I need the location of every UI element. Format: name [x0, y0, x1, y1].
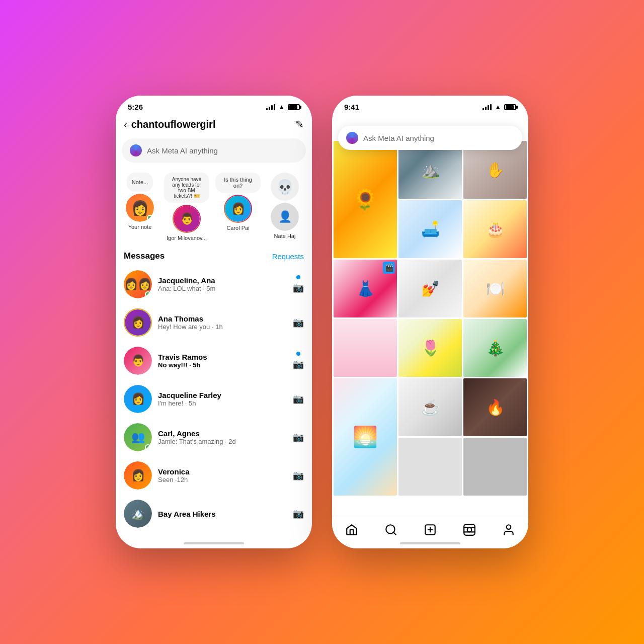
- msg-name-3: Travis Ramos: [158, 353, 287, 361]
- msg-preview-6: Seen ·12h: [158, 476, 287, 484]
- note-item-2[interactable]: Anyone have any leads for two BM tickets…: [164, 173, 209, 241]
- camera-icon-4[interactable]: 📷: [293, 393, 304, 405]
- msg-name-1: Jacqueline, Ana: [158, 276, 287, 285]
- battery-icon-right: [504, 104, 516, 110]
- note-bubble-3: Is this thing on?: [215, 173, 261, 193]
- status-bar-right: 9:41 ▲: [332, 96, 528, 114]
- message-item-4[interactable]: 👩 Jacqueline Farley I'm here! · 5h 📷: [122, 380, 306, 418]
- msg-content-2: Ana Thomas Hey! How are you · 1h: [158, 314, 287, 331]
- msg-preview-5: Jamie: That's amazing · 2d: [158, 438, 287, 445]
- note-label-4: Nate Haj: [274, 233, 296, 239]
- msg-right-6: 📷: [293, 470, 304, 481]
- msg-name-5: Carl, Agnes: [158, 429, 287, 438]
- msg-right-1: 📷: [293, 275, 304, 293]
- online-dot-5: [145, 444, 151, 450]
- home-indicator-left: [184, 542, 244, 544]
- grid-cell-14[interactable]: [398, 438, 462, 496]
- avatar-4: 👩: [124, 385, 152, 413]
- message-item-5[interactable]: 👥 Carl, Agnes Jamie: That's amazing · 2d…: [122, 418, 306, 456]
- msg-content-3: Travis Ramos No way!!! · 5h: [158, 353, 287, 369]
- meta-ai-search-left[interactable]: Ask Meta AI anything: [122, 138, 306, 163]
- grid-cell-1[interactable]: 🌻: [334, 141, 397, 258]
- camera-icon-1[interactable]: 📷: [293, 282, 304, 293]
- meta-ai-placeholder-left: Ask Meta AI anything: [147, 146, 218, 155]
- message-list: 👩‍👩 Jacqueline, Ana Ana: LOL what · 5m 📷…: [116, 265, 312, 533]
- meta-ai-placeholder-right: Ask Meta AI anything: [363, 134, 434, 142]
- nav-search[interactable]: [384, 523, 397, 536]
- grid-cell-15[interactable]: [463, 438, 527, 496]
- message-item-1[interactable]: 👩‍👩 Jacqueline, Ana Ana: LOL what · 5m 📷: [122, 265, 306, 303]
- svg-rect-5: [464, 524, 475, 535]
- unread-dot-3: [296, 352, 300, 356]
- phone-right: 9:41 ▲ Ask Meta AI anything: [332, 96, 528, 548]
- grid-cell-5[interactable]: 🎂: [463, 200, 527, 258]
- note-label-3: Carol Pai: [226, 225, 249, 231]
- grid-cell-11[interactable]: 🌅: [334, 378, 397, 496]
- grid-cell-4[interactable]: 🛋️: [398, 200, 462, 258]
- avatar-6: 👩: [124, 461, 152, 490]
- msg-content-5: Carl, Agnes Jamie: That's amazing · 2d: [158, 429, 287, 445]
- nav-add[interactable]: [424, 523, 437, 536]
- grid-cell-10[interactable]: 🎄: [463, 319, 527, 377]
- unread-dot-1: [296, 275, 300, 279]
- nav-reels[interactable]: [463, 523, 476, 536]
- nav-profile[interactable]: [502, 523, 515, 536]
- note-avatar-3: 👩: [224, 195, 252, 223]
- svg-line-1: [393, 532, 396, 535]
- grid-cell-13[interactable]: 🔥: [463, 378, 527, 436]
- svg-point-6: [467, 528, 472, 532]
- message-item-6[interactable]: 👩 Veronica Seen ·12h 📷: [122, 456, 306, 495]
- note-item-4[interactable]: 💀 👤 Nate Haj: [267, 173, 303, 241]
- grid-cell-9[interactable]: 🌷: [398, 319, 462, 377]
- online-dot-1: [145, 291, 151, 297]
- message-item-3[interactable]: 👨 Travis Ramos No way!!! · 5h 📷: [122, 342, 306, 380]
- message-item-2[interactable]: 👩 Ana Thomas Hey! How are you · 1h 📷: [122, 303, 306, 342]
- grid-cell-8[interactable]: 🍽️: [463, 260, 527, 317]
- back-button[interactable]: ‹: [124, 119, 127, 130]
- dm-header: ‹ chantouflowergirl ✎: [116, 114, 312, 136]
- note-label-1: Your note: [128, 224, 152, 230]
- time-left: 5:26: [128, 103, 143, 111]
- notes-row: Note... 👩 Your note Anyone have any lead…: [116, 169, 312, 247]
- camera-icon-3[interactable]: 📷: [293, 359, 304, 370]
- msg-name-7: Bay Area Hikers: [158, 510, 287, 518]
- svg-point-9: [507, 525, 511, 529]
- dm-username: chantouflowergirl: [131, 119, 216, 130]
- msg-name-4: Jacqueline Farley: [158, 391, 287, 399]
- compose-icon[interactable]: ✎: [295, 118, 304, 130]
- avatar-7: 🏔️: [124, 500, 152, 528]
- signal-icon: [266, 104, 275, 110]
- meta-ai-search-right[interactable]: Ask Meta AI anything: [338, 126, 522, 150]
- meta-ai-orb-left: [130, 144, 142, 156]
- msg-content-4: Jacqueline Farley I'm here! · 5h: [158, 391, 287, 407]
- phone-left: 5:26 ▲ ‹ chantouflowergirl ✎: [116, 96, 312, 548]
- nav-home[interactable]: [345, 523, 358, 536]
- avatar-5: 👥: [124, 423, 152, 451]
- camera-icon-6[interactable]: 📷: [293, 470, 304, 481]
- message-item-7[interactable]: 🏔️ Bay Area Hikers 📷: [122, 495, 306, 533]
- avatar-1: 👩‍👩: [124, 270, 152, 298]
- status-icons-left: ▲: [266, 103, 300, 111]
- grid-cell-7[interactable]: 💅: [398, 260, 462, 317]
- msg-right-4: 📷: [293, 393, 304, 405]
- grid-cell-left-tall-bottom[interactable]: [334, 319, 397, 377]
- note-text-1: Note...: [132, 179, 148, 185]
- camera-icon-5[interactable]: 📷: [293, 432, 304, 443]
- grid-cell-12[interactable]: ☕: [398, 378, 462, 436]
- note-item-3[interactable]: Is this thing on? 👩 Carol Pai: [215, 173, 261, 241]
- camera-icon-7[interactable]: 📷: [293, 508, 304, 519]
- msg-preview-2: Hey! How are you · 1h: [158, 323, 287, 331]
- note-bubble-1: Note...: [127, 173, 153, 192]
- wifi-icon: ▲: [278, 103, 285, 111]
- msg-preview-3: No way!!! · 5h: [158, 361, 287, 369]
- msg-preview-4: I'm here! · 5h: [158, 399, 287, 407]
- msg-content-1: Jacqueline, Ana Ana: LOL what · 5m: [158, 276, 287, 292]
- msg-content-6: Veronica Seen ·12h: [158, 467, 287, 484]
- note-item-1[interactable]: Note... 👩 Your note: [122, 173, 158, 241]
- status-icons-right: ▲: [482, 103, 516, 111]
- requests-link[interactable]: Requests: [272, 252, 304, 261]
- grid-cell-6[interactable]: 🎬 👗: [334, 260, 397, 317]
- wifi-icon-right: ▲: [495, 103, 501, 111]
- camera-icon-2[interactable]: 📷: [293, 317, 304, 328]
- dm-header-left: ‹ chantouflowergirl: [124, 119, 215, 130]
